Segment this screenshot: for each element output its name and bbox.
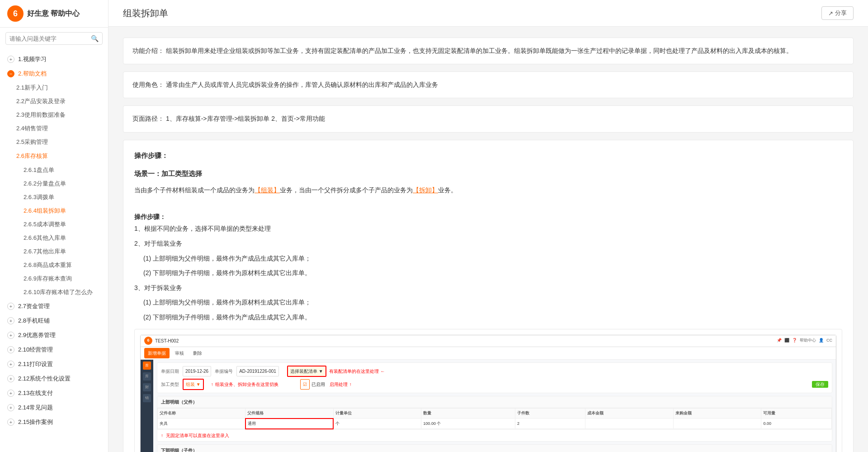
annotation3-area: ☑ 已启用 启用处理 ↑ bbox=[300, 379, 352, 390]
sidebar-item-prepare[interactable]: 2.3使用前数据准备 bbox=[0, 108, 108, 122]
top-bar: 组装拆卸单 ↗ 分享 bbox=[108, 0, 868, 27]
fake-enable-label: 已启用 bbox=[311, 380, 325, 389]
content-area: 功能介绍： 组装拆卸单用来处理企业组装或拆卸等加工业务，支持有固定装配清单的产品… bbox=[108, 27, 868, 452]
share-button[interactable]: ↗ 分享 bbox=[821, 6, 854, 20]
sidebar-item-cost-adjust[interactable]: 2.6.5成本调整单 bbox=[0, 218, 108, 231]
fake-nav-icon3: 财 bbox=[143, 383, 151, 391]
app-title: 好生意 帮助中心 bbox=[27, 9, 80, 19]
fake-enable-checkbox: ☑ bbox=[300, 379, 310, 390]
steps-title: 操作步骤： bbox=[134, 149, 842, 162]
sidebar-item-stock-count[interactable]: 2.6.1盘点单 bbox=[0, 163, 108, 177]
sidebar-item-install[interactable]: 2.2产品安装及登录 bbox=[0, 95, 108, 108]
fake-order-label: 单据编号 bbox=[215, 367, 233, 376]
fake-parent-row1-avail: 0.00 bbox=[761, 419, 832, 429]
col-qty: 数量 bbox=[421, 408, 515, 419]
step2: 2、对于组装业务 bbox=[134, 238, 842, 250]
step3-2: (2) 下部明细为子件明细，最终作为产成品生成其它入库单。 bbox=[143, 311, 842, 324]
annotation2-area: ↑ 组装业务、拆卸业务在这里切换 bbox=[211, 380, 278, 389]
fake-tab-review: 审核 bbox=[171, 348, 188, 358]
fake-tab-active: 新增单据 bbox=[144, 348, 170, 358]
sidebar-item-assembly[interactable]: 2.6.4组装拆卸单 bbox=[0, 204, 108, 218]
scene1-title: 场景一：加工类型选择 bbox=[134, 167, 842, 181]
annotation3-arrow: ↑ bbox=[349, 380, 352, 389]
fake-parent-row1-subqty: 2 bbox=[515, 419, 585, 429]
page-title: 组装拆卸单 bbox=[123, 7, 168, 19]
keyword-assembly: 【组装】 bbox=[255, 186, 280, 194]
expand-icon: + bbox=[7, 375, 14, 382]
sidebar-item-other-out[interactable]: 2.6.7其他出库单 bbox=[0, 245, 108, 258]
sidebar-item-transfer[interactable]: 2.6.3调拨单 bbox=[0, 190, 108, 204]
fake-action-btns: 保存 bbox=[812, 380, 828, 389]
sidebar-item-label: 2.15操作案例 bbox=[18, 418, 53, 426]
path-card: 页面路径： 1、库存核算->库存管理->组装拆卸单 2、首页->常用功能 bbox=[123, 105, 854, 132]
sidebar-item-finance[interactable]: + 2.7资金管理 bbox=[0, 299, 108, 314]
sidebar-item-payment[interactable]: + 2.13在线支付 bbox=[0, 386, 108, 400]
fake-left-sidebar: 首 库 财 销 bbox=[141, 360, 153, 452]
ops-steps-title: 操作步骤： bbox=[134, 211, 842, 223]
fake-parent-row1-unit: 个 bbox=[333, 419, 421, 429]
role-text: 通常由生产人员或库管人员完成拆装业务的操作，库管人员确认原材料的出库和产成品的入… bbox=[166, 81, 438, 88]
fake-order-value: AD-20191226-001 bbox=[236, 366, 279, 376]
col-purchase-amt: 来购金额 bbox=[673, 408, 761, 419]
expand-icon: + bbox=[7, 361, 14, 368]
col-sub-qty: 子件数 bbox=[515, 408, 585, 419]
sidebar-item-cost-recalc[interactable]: 2.6.8商品成本重算 bbox=[0, 258, 108, 272]
fake-type-label: 加工类型 bbox=[161, 380, 179, 389]
fake-lower-table-title: 下部明细（子件） bbox=[157, 445, 832, 452]
collapse-icon: − bbox=[7, 70, 14, 77]
col-unit: 计量单位 bbox=[333, 408, 421, 419]
expand-icon: + bbox=[7, 419, 14, 426]
search-box[interactable]: 🔍 bbox=[5, 32, 103, 45]
search-icon[interactable]: 🔍 bbox=[91, 35, 99, 42]
sidebar-item-beginner[interactable]: 2.1新手入门 bbox=[0, 81, 108, 95]
step2-2: (2) 下部明细为子件明细，最终作为原材料生成其它出库单。 bbox=[143, 267, 842, 279]
sidebar-item-inventory[interactable]: 2.6库存核算 bbox=[0, 149, 108, 163]
fake-upper-table-title: 上部明细（父件） bbox=[157, 396, 832, 408]
fake-parent-row1-purchase bbox=[673, 419, 761, 429]
sidebar-item-label: 2.8手机旺铺 bbox=[18, 317, 50, 325]
main-content: 组装拆卸单 ↗ 分享 功能介绍： 组装拆卸单用来处理企业组装或拆卸等加工业务，支… bbox=[108, 0, 868, 452]
sidebar-item-customize[interactable]: + 2.12系统个性化设置 bbox=[0, 371, 108, 386]
col-parent-spec: 父件规格 bbox=[245, 408, 333, 419]
fake-save-btn: 保存 bbox=[812, 381, 828, 388]
fake-parent-row1-cost bbox=[585, 419, 673, 429]
sidebar-item-helpdocs[interactable]: − 2.帮助文档 bbox=[0, 67, 108, 81]
sidebar-item-stock-fix[interactable]: 2.6.10库存账本错了怎么办 bbox=[0, 285, 108, 299]
sidebar-item-label: 1.视频学习 bbox=[18, 55, 47, 63]
sidebar-item-print[interactable]: + 2.11打印设置 bbox=[0, 357, 108, 371]
function-intro-text: 组装拆卸单用来处理企业组装或拆卸等加工业务，支持有固定装配清单的产品加工业务，也… bbox=[166, 47, 793, 54]
sidebar-item-stock-count2[interactable]: 2.6.2分量盘点单 bbox=[0, 177, 108, 190]
step2-1: (1) 上部明细为父件明细，最终作为产成品生成其它入库单； bbox=[143, 252, 842, 265]
fake-nav-icon1: 首 bbox=[143, 362, 151, 370]
app-logo: 6 bbox=[7, 5, 24, 22]
fake-upper-table: 上部明细（父件） 父件名称 父件规格 计量单位 数量 子件数 bbox=[157, 396, 832, 442]
fake-lower-table: 下部明细（子件） ☐ 子件名称 规格型号 计划数量 实际数量 bbox=[157, 444, 832, 452]
sidebar-item-purchase[interactable]: 2.5采购管理 bbox=[0, 135, 108, 149]
sidebar-nav: + 1.视频学习 − 2.帮助文档 2.1新手入门 2.2产品安装及登录 2.3… bbox=[0, 49, 108, 452]
arrow-up2: ↑ bbox=[161, 431, 163, 440]
expand-icon: + bbox=[7, 390, 14, 397]
sidebar-item-examples[interactable]: + 2.15操作案例 bbox=[0, 415, 108, 429]
sidebar-item-operations[interactable]: + 2.10经营管理 bbox=[0, 343, 108, 357]
path-label: 页面路径： bbox=[132, 115, 164, 122]
annotation4-text: 无固定清单可以直接在这里录入 bbox=[166, 431, 229, 440]
sidebar-item-other-in[interactable]: 2.6.6其他入库单 bbox=[0, 231, 108, 245]
fake-bom-select: 选择装配清单 ▼ bbox=[287, 366, 326, 377]
fake-date-label: 单据日期 bbox=[161, 367, 179, 376]
function-intro-card: 功能介绍： 组装拆卸单用来处理企业组装或拆卸等加工业务，支持有固定装配清单的产品… bbox=[123, 38, 854, 64]
step3: 3、对于拆装业务 bbox=[134, 282, 842, 294]
annotation1-text: 有装配清单的在这里处理 bbox=[329, 367, 379, 376]
fake-tab-bar: 新增单据 审核 删除 bbox=[141, 347, 836, 360]
sidebar-item-sales[interactable]: 2.4销售管理 bbox=[0, 122, 108, 135]
search-input[interactable] bbox=[9, 35, 91, 42]
col-parent-name: 父件名称 bbox=[158, 408, 245, 419]
col-available: 可用量 bbox=[761, 408, 832, 419]
sidebar-item-faq[interactable]: + 2.14常见问题 bbox=[0, 400, 108, 415]
sidebar-item-coupon[interactable]: + 2.9优惠券管理 bbox=[0, 328, 108, 343]
sidebar-item-stock-query[interactable]: 2.6.9库存账本查询 bbox=[0, 272, 108, 285]
fake-app-main: 单据日期 2019-12-26 单据编号 AD-20191226-001 选择装… bbox=[153, 360, 836, 452]
col-cost-amt: 成本金额 bbox=[585, 408, 673, 419]
sidebar-item-videos[interactable]: + 1.视频学习 bbox=[0, 52, 108, 67]
sidebar-item-label: 2.13在线支付 bbox=[18, 389, 53, 397]
sidebar-item-mobile[interactable]: + 2.8手机旺铺 bbox=[0, 314, 108, 328]
